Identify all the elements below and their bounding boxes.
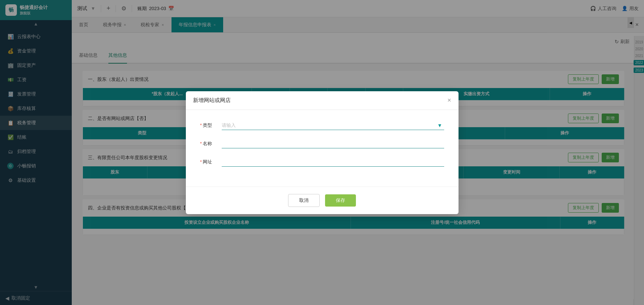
form-row-name: *名称: [200, 139, 444, 148]
name-input[interactable]: [222, 139, 444, 148]
modal-title: 新增网站或网店: [193, 97, 231, 104]
form-row-type: *类型 ▼: [200, 121, 444, 130]
add-website-modal: 新增网站或网店 × *类型 ▼ *名称: [186, 91, 459, 214]
modal-overlay: 新增网站或网店 × *类型 ▼ *名称: [0, 0, 644, 305]
save-btn[interactable]: 保存: [325, 194, 356, 207]
form-row-url: *网址: [200, 157, 444, 167]
modal-body: *类型 ▼ *名称 *网址: [186, 110, 459, 186]
url-label: *网址: [200, 159, 222, 165]
cancel-btn[interactable]: 取消: [288, 194, 320, 207]
modal-footer: 取消 保存: [186, 186, 459, 214]
modal-close-btn[interactable]: ×: [447, 97, 451, 104]
name-input-wrap: [222, 139, 444, 148]
name-label: *名称: [200, 140, 222, 147]
type-input-wrap: ▼: [222, 121, 444, 130]
type-label: *类型: [200, 122, 222, 129]
url-input-wrap: [222, 157, 444, 167]
url-input[interactable]: [222, 157, 444, 167]
type-input[interactable]: [222, 121, 444, 130]
modal-header: 新增网站或网店 ×: [186, 91, 459, 110]
